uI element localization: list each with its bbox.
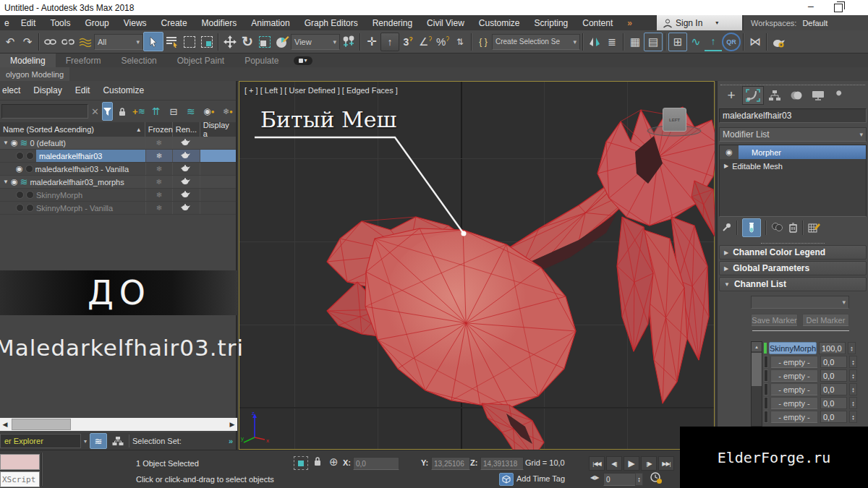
channel-value[interactable]: 0,0 <box>820 397 847 409</box>
channel-value[interactable]: 0,0 <box>820 383 847 395</box>
z-coord-field[interactable]: 14,391318 <box>480 457 524 470</box>
channel-value[interactable]: 0,0 <box>820 356 847 368</box>
viewport-label[interactable]: [ + ] [ Left ] [ User Defined ] [ Edged … <box>244 86 398 95</box>
menu-civil-view[interactable]: Civil View <box>420 15 472 30</box>
scene-explorer-toggle-icon[interactable]: ▦ <box>626 33 644 51</box>
hidden-eye-icon[interactable] <box>16 204 24 212</box>
frozen-cell-icon[interactable]: ❄ <box>146 163 174 175</box>
display-cell[interactable] <box>200 137 236 149</box>
explorer-tab-caret-icon[interactable]: ▾ <box>84 438 87 445</box>
layer-view-button[interactable]: ≋ <box>90 433 107 449</box>
explorer-menu-select[interactable]: elect <box>0 81 27 100</box>
value-spinner[interactable]: ▴▾ <box>849 397 857 409</box>
renderable-cell[interactable] <box>173 137 200 149</box>
channel-button[interactable]: - empty - <box>770 369 818 382</box>
go-to-start-button[interactable]: |◀◀ <box>589 456 605 471</box>
mirror-icon[interactable] <box>586 33 603 51</box>
named-selection-dropdown[interactable]: Create Selection Se▾ <box>492 34 580 50</box>
channel-row[interactable]: - empty - 0,0 ▴▾ <box>764 355 865 369</box>
sign-in-button[interactable]: Sign In ▾ <box>657 15 742 30</box>
ribbon-toggle-icon[interactable]: ⊞ <box>668 33 687 51</box>
selection-region-icon[interactable] <box>294 456 308 470</box>
display-cell[interactable] <box>200 150 236 162</box>
snaps-toggle-3d-icon[interactable]: 3ʔ <box>399 33 417 51</box>
column-header-name[interactable]: Name (Sorted Ascending) ▲ <box>0 122 145 137</box>
explorer-hscrollbar[interactable]: ◀ ▶ <box>0 418 237 431</box>
undo-icon[interactable]: ↶ <box>1 33 19 51</box>
channel-button[interactable]: - empty - <box>770 411 818 423</box>
visibility-eye-icon[interactable]: ◉ <box>11 138 18 147</box>
tab-create-icon[interactable]: + <box>720 86 742 105</box>
rollout-dock-handle[interactable] <box>761 240 825 244</box>
channel-value[interactable]: 0,0 <box>820 369 847 382</box>
table-row-layer-morphs[interactable]: ▼ ◉ ≋ maledarkelfhair03_morphs ❄ <box>0 176 236 189</box>
menu-tools[interactable]: Tools <box>43 15 77 30</box>
display-cell[interactable] <box>200 189 236 201</box>
stack-item-editable-mesh[interactable]: ▶ Editable Mesh <box>720 159 866 173</box>
rectangular-selection-region-icon[interactable] <box>181 33 198 51</box>
ribbon-tab-selection[interactable]: Selection <box>111 53 166 67</box>
lock-cell-editing-icon[interactable] <box>116 103 129 120</box>
object-name-field[interactable]: maledarkelfhair03 <box>719 108 867 123</box>
ribbon-minimize-icon[interactable]: ▾ <box>294 56 312 65</box>
frozen-cell-icon[interactable]: ❄ <box>146 176 174 188</box>
bind-to-space-warp-icon[interactable] <box>77 33 94 51</box>
polygon-modeling-panel-tab[interactable]: olygon Modeling <box>0 67 69 81</box>
rollout-channel-list[interactable]: ▼ Channel List <box>719 277 867 291</box>
tab-motion-icon[interactable] <box>786 86 807 105</box>
select-by-name-icon[interactable] <box>163 33 181 51</box>
channel-value[interactable]: 0,0 <box>820 411 847 423</box>
add-to-active-layer-icon[interactable]: ⇈ <box>149 103 163 120</box>
menu-scripting[interactable]: Scripting <box>527 15 576 30</box>
selection-lock-icon[interactable] <box>313 456 322 468</box>
lasso-selection-region-icon[interactable] <box>198 33 216 51</box>
expand-icon[interactable]: ▼ <box>3 179 9 185</box>
marker-dropdown[interactable]: ▾ <box>751 296 849 309</box>
menu-overflow-icon[interactable]: » <box>620 15 639 30</box>
display-cell[interactable] <box>200 176 236 188</box>
pivot-point-icon[interactable] <box>273 33 291 51</box>
channel-row[interactable]: - empty - 0,0 ▴▾ <box>764 369 865 382</box>
scrollbar-thumb[interactable] <box>752 353 762 386</box>
menu-rendering[interactable]: Rendering <box>365 15 420 30</box>
renderable-cell[interactable] <box>173 176 200 188</box>
select-and-rotate-icon[interactable]: ↻ <box>239 33 256 51</box>
spinner-snap-icon[interactable]: ⇅ <box>451 33 469 51</box>
current-frame-field[interactable]: 0 <box>603 473 639 486</box>
frozen-cell-icon[interactable]: ❄ <box>146 150 174 162</box>
frame-spinner[interactable]: ▴▾ <box>635 473 643 486</box>
overflow-chevrons-icon[interactable]: » <box>229 437 233 445</box>
scrollbar-thumb[interactable] <box>12 419 71 430</box>
channel-scrollbar[interactable]: ▴ <box>751 341 762 427</box>
remove-modifier-icon[interactable] <box>788 222 798 234</box>
x-coord-field[interactable]: 0,0 <box>353 457 399 470</box>
menu-create[interactable]: Create <box>154 15 195 30</box>
play-button[interactable]: ▶ <box>624 456 639 471</box>
scroll-left-icon[interactable]: ◀ <box>0 421 10 428</box>
hidden-eye-icon[interactable] <box>16 191 24 199</box>
del-marker-button[interactable]: Del Marker <box>802 314 849 326</box>
explorer-menu-customize[interactable]: Customize <box>96 81 150 100</box>
maxscript-listener[interactable]: XScript <box>0 471 40 487</box>
unfreeze-all-icon[interactable]: ❄● <box>220 103 236 120</box>
menu-customize[interactable]: Customize <box>472 15 527 30</box>
scroll-up-icon[interactable]: ▴ <box>752 342 762 351</box>
percent-snap-icon[interactable]: %ʔ <box>434 33 451 51</box>
configure-modifier-sets-icon[interactable] <box>808 222 820 234</box>
stack-item-morpher[interactable]: ◉ Morpher <box>720 145 866 159</box>
channel-button[interactable]: SkinnyMorph <box>769 342 817 354</box>
snap-pins-icon[interactable] <box>340 33 357 51</box>
channel-row[interactable]: - empty - 0,0 ▴▾ <box>764 410 865 424</box>
display-cell[interactable] <box>200 163 236 175</box>
reference-coordinate-dropdown[interactable]: View▾ <box>291 34 340 50</box>
channel-button[interactable]: - empty - <box>770 356 818 368</box>
walk-through-icon[interactable]: ↑ <box>380 33 399 51</box>
value-spinner[interactable]: ▴▾ <box>849 411 857 423</box>
channel-row[interactable]: - empty - 0,0 ▴▾ <box>764 382 865 396</box>
layer-explorer-toggle-icon[interactable]: ▤ <box>644 33 663 51</box>
material-node-icon[interactable]: ⋈ <box>746 33 764 51</box>
renderable-cell[interactable] <box>173 150 200 162</box>
maxscript-macro-recorder[interactable] <box>0 454 40 470</box>
channel-value[interactable]: 100,0 <box>819 342 846 354</box>
next-frame-button[interactable]: ||▶ <box>641 456 657 471</box>
